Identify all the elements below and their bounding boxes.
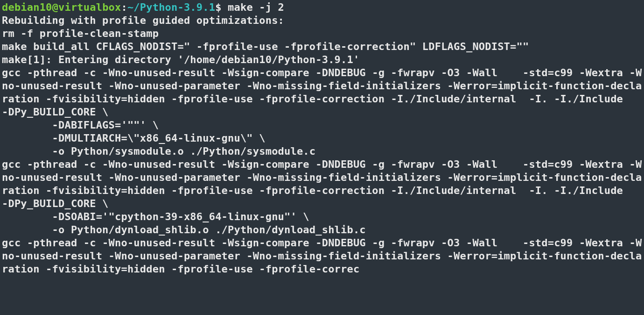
prompt-dollar: $ bbox=[215, 1, 221, 13]
output-line: gcc -pthread -c -Wno-unused-result -Wsig… bbox=[2, 67, 644, 118]
prompt-host: virtualbox bbox=[58, 1, 121, 13]
command-text: make -j 2 bbox=[228, 1, 284, 13]
output-line: -o Python/dynload_shlib.o ./Python/dynlo… bbox=[2, 224, 366, 236]
prompt-line: debian10@virtualbox:~/Python-3.9.1$ make… bbox=[2, 1, 284, 13]
output-line: -DSOABI='"cpython-39-x86_64-linux-gnu"' … bbox=[2, 211, 309, 222]
terminal-window[interactable]: debian10@virtualbox:~/Python-3.9.1$ make… bbox=[0, 0, 644, 315]
output-line: -o Python/sysmodule.o ./Python/sysmodule… bbox=[2, 145, 315, 157]
prompt-user: debian10 bbox=[2, 1, 52, 13]
prompt-colon: : bbox=[121, 1, 127, 13]
output-line: make[1]: Entering directory '/home/debia… bbox=[2, 54, 359, 65]
output-line: -DABIFLAGS='""' \ bbox=[2, 119, 159, 131]
output-line: -DMULTIARCH=\"x86_64-linux-gnu\" \ bbox=[2, 132, 266, 144]
output-line: Rebuilding with profile guided optimizat… bbox=[2, 14, 284, 26]
output-line: rm -f profile-clean-stamp bbox=[2, 28, 159, 39]
prompt-at: @ bbox=[52, 1, 58, 13]
output-line: gcc -pthread -c -Wno-unused-result -Wsig… bbox=[2, 237, 642, 275]
output-line: gcc -pthread -c -Wno-unused-result -Wsig… bbox=[2, 158, 644, 209]
output-line: make build_all CFLAGS_NODIST=" -fprofile… bbox=[2, 41, 529, 52]
prompt-path: ~/Python-3.9.1 bbox=[127, 1, 215, 13]
